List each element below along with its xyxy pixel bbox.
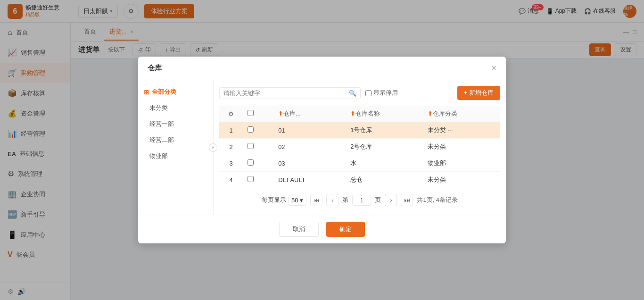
table-row[interactable]: 3 03 水 物业部 [219,155,500,172]
table-toolbar: 🔍 显示停用 + 新增仓库 [219,86,500,100]
page-size-dropdown[interactable]: 50 ▾ [288,195,306,206]
row-code: 01 [273,122,346,139]
table-row[interactable]: 1 01 1号仓库 未分类 ··· [219,122,500,139]
dropdown-arrow-icon: ▾ [300,197,303,204]
row-name: 2号仓库 [346,139,423,155]
search-input[interactable] [223,90,349,97]
col-code[interactable]: ⬆仓库... [273,106,346,122]
prev-page-button[interactable]: ‹ [326,194,339,206]
row-checkbox-cell [243,139,273,155]
first-page-icon: ⏮ [314,197,320,204]
row-name: 1号仓库 [346,122,423,139]
sort-icon3: ⬆ [428,110,433,117]
modal-title: 仓库 [148,64,162,73]
show-disabled-wrap: 显示停用 [365,89,398,97]
row-checkbox[interactable] [248,176,254,182]
warehouse-table: ⚙ ⬆仓库... ⬆仓库名称 ⬆仓库分类 [219,106,500,188]
col-name[interactable]: ⬆仓库名称 [346,106,423,122]
next-page-icon: › [390,197,392,204]
row-category: 未分类 ··· [423,122,500,139]
category-item-property[interactable]: 物业部 [138,148,213,164]
first-page-button[interactable]: ⏮ [310,194,322,206]
search-icon[interactable]: 🔍 [349,90,356,97]
select-all-checkbox[interactable] [248,110,254,116]
row-code: 03 [273,155,346,172]
row-code: DEFAULT [273,172,346,188]
row-code: 02 [273,139,346,155]
row-category: 未分类 [423,139,500,155]
table-row[interactable]: 4 DEFAULT 总仓 未分类 [219,172,500,188]
last-page-button[interactable]: ⏭ [401,194,413,206]
show-disabled-label: 显示停用 [373,89,398,97]
grid-icon: ⊞ [144,89,149,96]
table-body: 1 01 1号仓库 未分类 ··· 2 02 2号仓库 [219,122,500,188]
category-item-dept1[interactable]: 经营一部 [138,116,213,132]
table-panel: 🔍 显示停用 + 新增仓库 ⚙ [214,80,506,215]
col-category[interactable]: ⬆仓库分类 [423,106,500,122]
page-number-input[interactable] [352,195,371,206]
total-info: 共1页, 4条记录 [417,196,458,204]
panel-collapse-button[interactable]: « [209,143,217,152]
add-warehouse-button[interactable]: + 新增仓库 [457,86,500,100]
row-name: 水 [346,155,423,172]
row-category: 未分类 [423,172,500,188]
row-name: 总仓 [346,172,423,188]
category-panel: ⊞ 全部分类 « 未分类 经营一部 经营二部 物业部 [138,80,214,215]
row-index: 2 [219,139,243,155]
more-icon[interactable]: ··· [448,126,453,133]
row-checkbox-cell [243,155,273,172]
sort-icon: ⬆ [278,110,283,117]
row-index: 1 [219,122,243,139]
row-index: 4 [219,172,243,188]
page-size-value: 50 [291,197,298,204]
last-page-icon: ⏭ [404,197,410,204]
row-checkbox-cell [243,172,273,188]
modal-footer: 取消 确定 [138,215,506,243]
warehouse-modal: 仓库 × ⊞ 全部分类 « 未分类 经营一部 经营二部 物业部 [138,57,506,243]
page-label: 页 [375,196,381,204]
category-all-label: 全部分类 [152,88,176,96]
page-size-select: 每页显示 50 ▾ [262,195,306,206]
table-header: ⚙ ⬆仓库... ⬆仓库名称 ⬆仓库分类 [219,106,500,122]
pagination: 每页显示 50 ▾ ⏮ ‹ 第 页 [219,188,500,209]
category-all[interactable]: ⊞ 全部分类 [138,84,213,100]
row-index: 3 [219,155,243,172]
table-row[interactable]: 2 02 2号仓库 未分类 [219,139,500,155]
sort-icon2: ⬆ [350,110,355,117]
row-category: 物业部 [423,155,500,172]
confirm-button[interactable]: 确定 [326,222,365,237]
prev-page-icon: ‹ [331,197,333,204]
category-item-unclassified[interactable]: 未分类 [138,100,213,116]
row-checkbox-cell [243,122,273,139]
modal-close-button[interactable]: × [491,63,496,73]
category-item-dept2[interactable]: 经营二部 [138,132,213,148]
cancel-button[interactable]: 取消 [279,222,319,237]
page-size-label: 每页显示 [262,196,286,204]
modal-body: ⊞ 全部分类 « 未分类 经营一部 经营二部 物业部 🔍 [138,80,506,215]
table-container: ⚙ ⬆仓库... ⬆仓库名称 ⬆仓库分类 [219,106,500,188]
row-checkbox[interactable] [248,143,254,149]
col-checkbox [243,106,273,122]
page-di-label: 第 [342,196,348,204]
search-input-wrap: 🔍 [219,87,361,99]
modal-header: 仓库 × [138,57,506,80]
next-page-button[interactable]: › [385,194,397,206]
col-settings: ⚙ [219,106,243,122]
modal-overlay: 仓库 × ⊞ 全部分类 « 未分类 经营一部 经营二部 物业部 [0,0,644,300]
show-disabled-checkbox[interactable] [365,90,372,96]
row-checkbox[interactable] [248,159,254,166]
row-checkbox[interactable] [248,126,254,133]
